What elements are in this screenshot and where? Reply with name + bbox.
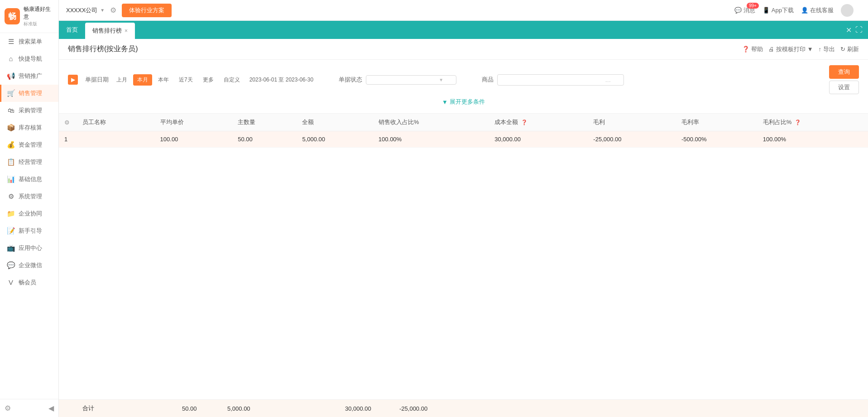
export-button[interactable]: ↑ 导出 [819,45,835,53]
sidebar-icon-3: 🛒 [7,89,15,97]
topbar: XXXXX公司 ▼ ⚙ 体验行业方案 💬 消息 99+ 📱 App下载 👤 在线… [59,0,868,21]
settings-button[interactable]: 设置 [829,81,859,94]
tab-sales-ranking[interactable]: 销售排行榜 × [85,23,135,39]
sidebar: 畅 畅康通好生意 标准版 ☰搜索菜单⌂快捷导航📢营销推广🛒销售管理🛍采购管理📦库… [0,0,59,417]
date-tab-custom[interactable]: 自定义 [220,74,244,86]
company-dropdown-arrow: ▼ [100,8,105,13]
sidebar-icon-10: 📁 [7,210,15,218]
date-tab-more[interactable]: 更多 [199,74,218,86]
sidebar-label-6: 资金管理 [19,141,42,149]
message-badge: 99+ [747,3,759,9]
tab-home[interactable]: 首页 [59,21,85,39]
footer-profit: -25,000.00 [394,405,448,412]
cost-help-icon[interactable]: ❓ [521,120,528,125]
sidebar-item-系统管理[interactable]: ⚙系统管理 [0,188,58,205]
sidebar-item-营销推广[interactable]: 📢营销推广 [0,67,58,85]
topbar-messages[interactable]: 💬 消息 99+ [734,6,755,14]
product-filter-label: 商品 [482,76,494,84]
date-tab-this-month[interactable]: 本月 [133,74,152,86]
date-filter: 单据日期 上月 本月 本年 近7天 更多 自定义 2023-06-01 至 20… [85,74,313,86]
status-select[interactable]: ▼ [366,75,456,85]
sidebar-item-库存核算[interactable]: 📦库存核算 [0,119,58,136]
tab-fullscreen-icon[interactable]: ⛶ [855,26,863,34]
sidebar-bottom: ⚙ ◀ [0,399,58,417]
sidebar-item-畅会员[interactable]: V畅会员 [0,274,58,291]
sidebar-item-快捷导航[interactable]: ⌂快捷导航 [0,50,58,67]
topbar-app-download[interactable]: 📱 App下载 [762,6,794,14]
sidebar-item-经营管理[interactable]: 📋经营管理 [0,153,58,171]
print-button[interactable]: 🖨 按模板打印 ▼ [768,45,813,53]
logo-badge: 标准版 [24,21,54,27]
sidebar-icon-7: 📋 [7,158,15,166]
cell-cost: 30,000.00 [489,131,588,148]
logo-text: 畅康通好生意 [24,5,54,21]
th-sales-pct: 销售收入占比% [373,114,489,131]
topbar-online-service[interactable]: 👤 在线客服 [801,6,834,14]
product-select[interactable]: … [497,74,624,86]
sidebar-icon-13: 💬 [7,261,15,269]
expand-arrow-icon: ▶ [71,77,75,83]
th-profit-pct: 毛利占比% ❓ [758,114,868,131]
sidebar-item-采购管理[interactable]: 🛍采购管理 [0,102,58,119]
profit-pct-help-icon[interactable]: ❓ [795,120,801,125]
service-icon: 👤 [801,7,808,14]
table-header-row: ⚙ 员工名称 平均单价 主数量 全额 销售收入占比% 成本全额 ❓ 毛利 毛利率… [59,114,868,131]
sidebar-label-11: 新手引导 [19,227,42,235]
table-footer: 合计 50.00 5,000.00 30,000.00 -25,000.00 [59,399,868,417]
company-name: XXXXX公司 [66,6,97,14]
sidebar-item-企业协同[interactable]: 📁企业协同 [0,205,58,222]
help-icon: ❓ [742,46,749,53]
sidebar-label-4: 采购管理 [19,106,42,115]
tab-close-icon[interactable]: × [125,28,128,34]
filter-expand-arrow[interactable]: ▶ [68,75,78,85]
trial-button[interactable]: 体验行业方案 [122,4,172,17]
sidebar-collapse-icon[interactable]: ◀ [48,404,54,412]
sidebar-settings-icon[interactable]: ⚙ [5,404,11,412]
tabs-right-actions: ✕ ⛶ [846,26,868,34]
sidebar-item-搜索菜单[interactable]: ☰搜索菜单 [0,33,58,50]
date-tab-last-month[interactable]: 上月 [112,74,131,86]
date-tab-7days[interactable]: 近7天 [175,74,197,86]
expand-icon: ▼ [442,99,448,105]
filter-row: ▶ 单据日期 上月 本月 本年 近7天 更多 自定义 2023-06-01 至 … [68,65,859,94]
cell-profit: -25,000.00 [588,131,676,148]
sidebar-icon-6: 💰 [7,141,15,149]
message-icon: 💬 [734,7,742,14]
topbar-right: 💬 消息 99+ 📱 App下载 👤 在线客服 [734,4,861,17]
sidebar-item-销售管理[interactable]: 🛒销售管理 [0,85,58,102]
refresh-label: 刷新 [847,45,859,53]
topbar-settings-icon[interactable]: ⚙ [110,6,116,14]
app-icon: 📱 [762,7,770,14]
filter-area: ▶ 单据日期 上月 本月 本年 近7天 更多 自定义 2023-06-01 至 … [59,60,868,114]
user-avatar[interactable] [841,4,854,17]
tab-close-all-icon[interactable]: ✕ [846,26,852,34]
page-actions: ❓ 帮助 🖨 按模板打印 ▼ ↑ 导出 ↻ 刷新 [742,45,859,53]
sidebar-item-资金管理[interactable]: 💰资金管理 [0,136,58,153]
column-settings-icon[interactable]: ⚙ [64,119,70,126]
refresh-icon: ↻ [840,46,845,53]
sidebar-item-基础信息[interactable]: 📊基础信息 [0,171,58,188]
sidebar-icon-2: 📢 [7,72,15,80]
tab-home-label: 首页 [66,26,78,34]
sidebar-label-12: 应用中心 [19,244,42,252]
expand-more-btn[interactable]: ▼ 展开更多条件 [442,98,485,106]
sidebar-item-新手引导[interactable]: 📝新手引导 [0,222,58,240]
sidebar-item-企业微信[interactable]: 💬企业微信 [0,257,58,274]
refresh-button[interactable]: ↻ 刷新 [840,45,859,53]
query-button[interactable]: 查询 [829,65,859,79]
company-selector[interactable]: XXXXX公司 ▼ [66,6,105,14]
app-label: App下载 [772,6,794,14]
footer-cost: 30,000.00 [340,405,394,412]
help-button[interactable]: ❓ 帮助 [742,45,763,53]
cell-profit-pct: 100.00% [758,131,868,148]
sidebar-label-5: 库存核算 [19,124,42,132]
sidebar-item-应用中心[interactable]: 📺应用中心 [0,240,58,257]
page-title: 销售排行榜(按业务员) [68,44,138,54]
data-table: ⚙ 员工名称 平均单价 主数量 全额 销售收入占比% 成本全额 ❓ 毛利 毛利率… [59,114,868,148]
footer-label: 合计 [77,404,131,412]
sidebar-label-10: 企业协同 [19,210,42,218]
sidebar-label-9: 系统管理 [19,192,42,201]
date-tab-this-year[interactable]: 本年 [154,74,173,86]
sidebar-label-8: 基础信息 [19,175,42,183]
filter-action-buttons: 查询 设置 [829,65,859,94]
